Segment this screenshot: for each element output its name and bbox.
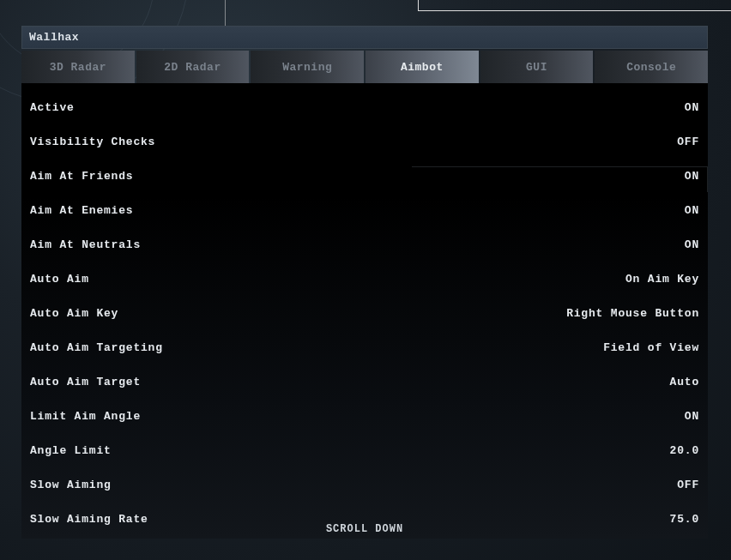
- setting-value: Right Mouse Button: [566, 307, 699, 320]
- setting-row-limit-aim-angle[interactable]: Limit Aim Angle ON: [30, 399, 699, 433]
- setting-value: ON: [685, 410, 699, 423]
- tab-bar: 3D Radar 2D Radar Warning Aimbot GUI Con…: [21, 51, 708, 83]
- setting-label: Aim At Friends: [30, 170, 133, 183]
- setting-value: ON: [685, 101, 699, 114]
- setting-value: Field of View: [603, 341, 699, 354]
- setting-value: ON: [685, 204, 699, 217]
- setting-row-aim-at-enemies[interactable]: Aim At Enemies ON: [30, 193, 699, 227]
- setting-label: Auto Aim Key: [30, 307, 118, 320]
- tab-gui[interactable]: GUI: [480, 51, 594, 83]
- setting-value: Auto: [670, 376, 699, 388]
- setting-row-angle-limit[interactable]: Angle Limit 20.0: [30, 433, 699, 467]
- setting-row-auto-aim-target[interactable]: Auto Aim Target Auto: [30, 364, 699, 399]
- cheat-menu-panel: Wallhax 3D Radar 2D Radar Warning Aimbot…: [21, 26, 708, 539]
- window-titlebar[interactable]: Wallhax: [21, 26, 708, 49]
- tab-console[interactable]: Console: [595, 51, 708, 83]
- settings-list: Active ON Visibility Checks OFF Aim At F…: [21, 83, 708, 539]
- setting-label: Visibility Checks: [30, 135, 155, 148]
- setting-label: Aim At Neutrals: [30, 238, 141, 251]
- tab-label: 3D Radar: [50, 61, 106, 74]
- tab-label: GUI: [526, 61, 547, 74]
- setting-label: Auto Aim: [30, 273, 89, 286]
- setting-value: OFF: [677, 135, 699, 148]
- tab-aimbot[interactable]: Aimbot: [366, 51, 479, 83]
- setting-row-auto-aim-targeting[interactable]: Auto Aim Targeting Field of View: [30, 330, 699, 364]
- setting-label: Active: [30, 101, 75, 114]
- setting-label: Auto Aim Target: [30, 376, 141, 388]
- tab-2d-radar[interactable]: 2D Radar: [136, 51, 250, 83]
- scroll-down-hint[interactable]: SCROLL DOWN: [21, 523, 708, 535]
- setting-value: 20.0: [670, 444, 699, 457]
- setting-row-aim-at-friends[interactable]: Aim At Friends ON: [30, 159, 699, 193]
- setting-value: On Aim Key: [625, 273, 699, 286]
- window-title: Wallhax: [29, 31, 79, 44]
- setting-value: ON: [685, 170, 699, 183]
- tab-label: 2D Radar: [164, 61, 221, 74]
- tab-label: Console: [626, 61, 676, 74]
- setting-row-auto-aim-key[interactable]: Auto Aim Key Right Mouse Button: [30, 296, 699, 330]
- setting-label: Limit Aim Angle: [30, 410, 141, 423]
- tab-3d-radar[interactable]: 3D Radar: [21, 51, 135, 83]
- setting-label: Auto Aim Targeting: [30, 341, 163, 354]
- setting-value: ON: [685, 238, 699, 251]
- tab-warning[interactable]: Warning: [251, 51, 364, 83]
- setting-row-slow-aiming[interactable]: Slow Aiming OFF: [30, 467, 699, 502]
- setting-label: Aim At Enemies: [30, 204, 133, 217]
- setting-row-visibility-checks[interactable]: Visibility Checks OFF: [30, 124, 699, 159]
- setting-row-aim-at-neutrals[interactable]: Aim At Neutrals ON: [30, 227, 699, 262]
- tab-label: Warning: [282, 61, 332, 74]
- tab-label: Aimbot: [401, 61, 444, 74]
- setting-label: Angle Limit: [30, 444, 112, 457]
- setting-value: OFF: [677, 479, 699, 491]
- setting-row-auto-aim[interactable]: Auto Aim On Aim Key: [30, 262, 699, 296]
- setting-row-active[interactable]: Active ON: [30, 90, 699, 124]
- setting-label: Slow Aiming: [30, 479, 112, 491]
